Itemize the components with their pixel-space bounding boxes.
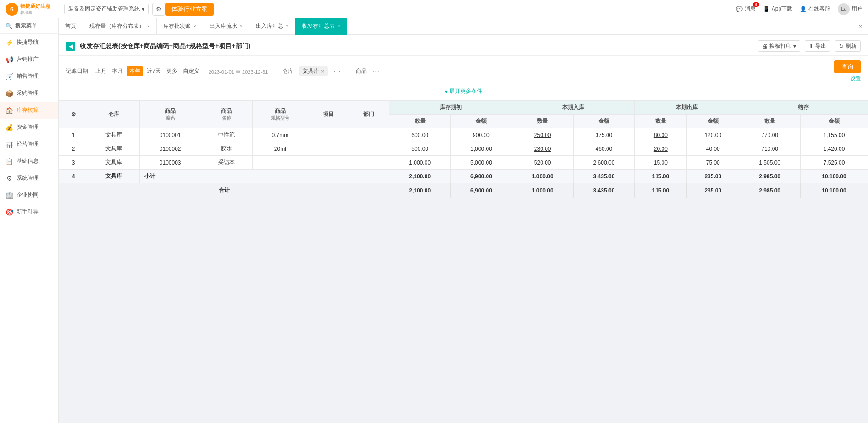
col-settings-header[interactable]: ⚙: [59, 101, 88, 128]
row-warehouse: 文具库: [88, 128, 140, 142]
row-in-qty[interactable]: 520.00: [512, 156, 573, 170]
row-out-qty[interactable]: 20.00: [635, 142, 687, 156]
system-icon: ⚙: [6, 175, 13, 182]
settings-link[interactable]: 设置: [851, 75, 861, 82]
sidebar-search[interactable]: 🔍 搜索菜单: [0, 18, 58, 34]
in-qty-header: 数量: [512, 115, 573, 128]
total-open-amt: 6,900.00: [451, 183, 512, 198]
app-wrapper: 6 畅捷通好生意 标准版 装备及固定资产辅助管理系统 ▾ ⚙ 体验行业方案 💬 …: [0, 0, 868, 423]
in-amt-header: 金额: [573, 115, 635, 128]
gear-icon: ⚙: [156, 5, 162, 13]
chevron-left-icon: ◀: [69, 43, 73, 49]
sidebar-item-marketing[interactable]: 📢 营销推广: [0, 51, 58, 68]
goods-filter-more[interactable]: ···: [372, 67, 380, 76]
table-wrapper: ⚙ 仓库 商品 编码 商品 名称: [59, 100, 868, 198]
tab-batch[interactable]: 库存批次账 ×: [157, 18, 203, 35]
content-area: 首页 现存量（库存分布表） × 库存批次账 × 出入库流水 × 出入库汇总 ×: [59, 18, 868, 423]
finance-icon: 💰: [6, 124, 13, 131]
date-more[interactable]: 更多: [165, 66, 179, 76]
row-in-qty[interactable]: 230.00: [512, 142, 573, 156]
warehouse-tag-close[interactable]: ×: [321, 68, 324, 75]
subtotal-warehouse: 文具库: [88, 170, 140, 183]
tab-flow[interactable]: 出入库流水 ×: [203, 18, 249, 35]
tab-receive-summary[interactable]: 收发存汇总表 ×: [295, 18, 347, 35]
total-open-qty: 2,100.00: [389, 183, 451, 198]
sidebar-item-new-guide[interactable]: 🎯 新手引导: [0, 203, 58, 220]
goods-label: 商品: [356, 67, 367, 75]
system-selector[interactable]: 装备及固定资产辅助管理系统 ▾: [64, 4, 149, 14]
date-last-month[interactable]: 上月: [94, 66, 108, 76]
tab-close-summary[interactable]: ×: [286, 24, 289, 29]
row-out-qty[interactable]: 15.00: [635, 156, 687, 170]
row-out-qty[interactable]: 80.00: [635, 128, 687, 142]
sidebar-item-system[interactable]: ⚙ 系统管理: [0, 170, 58, 187]
refresh-icon: ↻: [839, 43, 844, 49]
row-in-qty[interactable]: 250.00: [512, 128, 573, 142]
service-icon: 👤: [800, 6, 807, 12]
page-inner: ◀ 收发存汇总表(按仓库+商品编码+商品+规格型号+项目+部门) 🖨 换板打印 …: [59, 35, 868, 198]
purchase-icon: 📦: [6, 90, 13, 97]
inventory-icon: 🏠: [6, 107, 13, 114]
app-download-btn[interactable]: 📱 App下载: [763, 5, 792, 13]
row-open-amt: 900.00: [451, 128, 512, 142]
row-name: 中性笔: [201, 128, 253, 142]
subtotal-out-qty[interactable]: 115.00: [635, 170, 687, 183]
query-btn[interactable]: 查询: [834, 60, 861, 73]
tab-close-inventory-dist[interactable]: ×: [147, 24, 150, 29]
subtotal-out-amt: 235.00: [687, 170, 739, 183]
sidebar-item-enterprise[interactable]: 🏢 企业协同: [0, 187, 58, 203]
main-area: 🔍 搜索菜单 ⚡ 快捷导航 📢 营销推广 🛒 销售管理 📦 采购管理 🏠: [0, 18, 868, 423]
try-btn[interactable]: 体验行业方案: [165, 3, 214, 16]
online-service-btn[interactable]: 👤 在线客服: [800, 5, 830, 13]
date-7-days[interactable]: 近7天: [145, 66, 163, 76]
row-bal-amt: 1,420.00: [801, 142, 868, 156]
tab-home[interactable]: 首页: [59, 18, 83, 35]
row-open-amt: 5,000.00: [451, 156, 512, 170]
total-bal-amt: 10,100.00: [801, 183, 868, 198]
tab-close-batch[interactable]: ×: [194, 24, 196, 29]
sidebar-item-finance[interactable]: 💰 资金管理: [0, 119, 58, 136]
table-settings-icon[interactable]: ⚙: [71, 111, 76, 118]
bal-qty-header: 数量: [739, 115, 801, 128]
top-right-actions: 💬 消息 6 📱 App下载 👤 在线客服 Ea 用户: [736, 3, 862, 15]
tab-close-flow[interactable]: ×: [240, 24, 243, 29]
sidebar-item-basic-info[interactable]: 📋 基础信息: [0, 153, 58, 170]
sidebar-item-sales[interactable]: 🛒 销售管理: [0, 68, 58, 85]
data-table: ⚙ 仓库 商品 编码 商品 名称: [59, 100, 868, 198]
row-code: 0100003: [139, 156, 201, 170]
tabs-bar: 首页 现存量（库存分布表） × 库存批次账 × 出入库流水 × 出入库汇总 ×: [59, 18, 868, 35]
date-this-month[interactable]: 本月: [110, 66, 125, 76]
message-btn[interactable]: 💬 消息 6: [736, 5, 756, 13]
print-btn[interactable]: 🖨 换板打印 ▾: [758, 40, 800, 52]
subtotal-in-qty[interactable]: 1,000.00: [512, 170, 573, 183]
download-icon: 📱: [763, 6, 770, 12]
date-shortcuts: 上月 本月 本年 近7天 更多 自定义: [94, 66, 201, 76]
row-in-amt: 375.00: [573, 128, 635, 142]
warehouse-filter-more[interactable]: ···: [333, 67, 341, 76]
refresh-btn[interactable]: ↻ 刷新: [835, 40, 861, 52]
expand-filter-btn[interactable]: ▾ 展开更多条件: [445, 88, 482, 95]
logo-area: 6 畅捷通好生意 标准版: [6, 3, 64, 16]
close-all-tabs[interactable]: ×: [853, 22, 868, 31]
row-name: 采访本: [201, 156, 253, 170]
row-spec: [253, 156, 308, 170]
row-bal-qty: 710.00: [739, 142, 801, 156]
date-this-year[interactable]: 本年: [127, 66, 143, 76]
tab-summary[interactable]: 出入库汇总 ×: [249, 18, 296, 35]
settings-gear-btn[interactable]: ⚙: [152, 3, 165, 16]
tab-inventory-dist[interactable]: 现存量（库存分布表） ×: [83, 18, 157, 35]
tab-close-receive-summary[interactable]: ×: [337, 24, 340, 29]
sidebar-item-quick-nav[interactable]: ⚡ 快捷导航: [0, 34, 58, 51]
out-qty-header: 数量: [635, 115, 687, 128]
row-code: 0100002: [139, 142, 201, 156]
sidebar-item-inventory[interactable]: 🏠 库存核算: [0, 102, 58, 119]
sidebar-item-operations[interactable]: 📊 经营管理: [0, 136, 58, 153]
collapse-btn[interactable]: ◀: [66, 42, 75, 51]
export-btn[interactable]: ⬆ 导出: [805, 40, 830, 52]
group-opening-header: 库存期初: [389, 101, 512, 115]
date-custom[interactable]: 自定义: [181, 66, 201, 76]
total-in-qty: 1,000.00: [512, 183, 573, 198]
search-icon: 🔍: [6, 23, 12, 29]
user-btn[interactable]: Ea 用户: [838, 3, 862, 15]
sidebar-item-purchase[interactable]: 📦 采购管理: [0, 85, 58, 102]
